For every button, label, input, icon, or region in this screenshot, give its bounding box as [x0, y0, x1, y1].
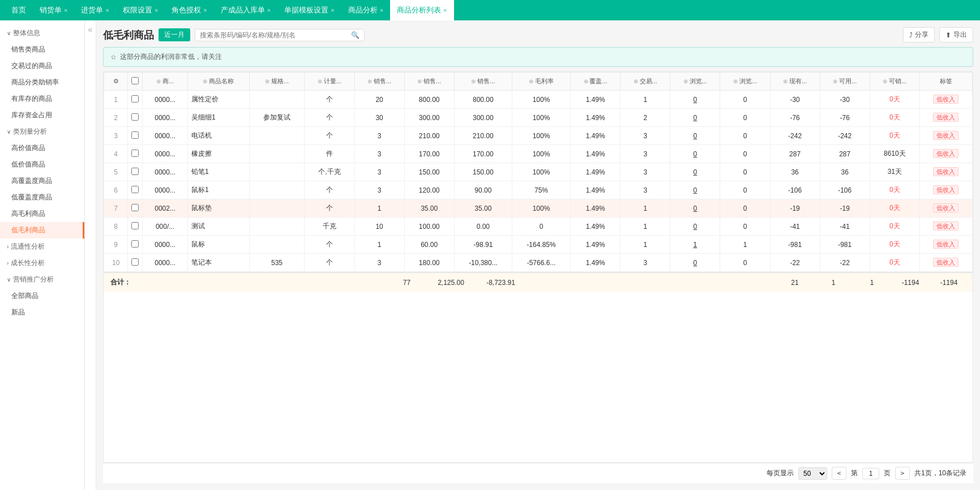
sidebar-item-高覆盖度商品[interactable]: 高覆盖度商品 — [0, 173, 84, 189]
sidebar-item-交易过的商品[interactable]: 交易过的商品 — [0, 58, 84, 74]
sidebar-item-全部商品[interactable]: 全部商品 — [0, 288, 84, 304]
th-settings[interactable]: ⚙ — [104, 73, 128, 91]
th-unit[interactable]: 计量... — [305, 73, 354, 91]
sidebar-item-有库存的商品[interactable]: 有库存的商品 — [0, 91, 84, 107]
nav-close-icon[interactable]: × — [64, 7, 67, 14]
th-current-stock[interactable]: 现有... — [770, 73, 820, 91]
search-icon[interactable]: 🔍 — [351, 31, 360, 39]
sidebar-item-高价值商品[interactable]: 高价值商品 — [0, 140, 84, 156]
row-checkbox[interactable] — [131, 240, 139, 248]
cell-checkbox[interactable] — [128, 127, 143, 145]
nav-item-销货单[interactable]: 销货单× — [33, 0, 74, 20]
cell-checkbox[interactable] — [128, 254, 143, 272]
cell-browse1[interactable]: 0 — [670, 181, 720, 199]
cell-unit: 个 — [305, 181, 354, 199]
sidebar-section-营销推广分析[interactable]: ∨营销推广分析 — [0, 271, 84, 288]
th-sales-price[interactable]: 销售... — [404, 73, 454, 91]
nav-item-商品分析列表[interactable]: 商品分析列表× — [390, 0, 453, 20]
sidebar-item-高毛利商品[interactable]: 高毛利商品 — [0, 206, 84, 222]
th-checkbox[interactable] — [128, 73, 143, 91]
th-code[interactable]: 商... — [143, 73, 188, 91]
row-checkbox[interactable] — [131, 258, 139, 266]
sidebar-item-新品[interactable]: 新品 — [0, 304, 84, 321]
nav-close-icon[interactable]: × — [331, 7, 334, 14]
cell-browse1[interactable]: 0 — [670, 163, 720, 181]
share-button[interactable]: ⤴ 分享 — [903, 27, 935, 42]
sidebar-section-流通性分析[interactable]: ›流通性分析 — [0, 238, 84, 255]
select-all-checkbox[interactable] — [131, 77, 139, 84]
sidebar-item-销售类商品[interactable]: 销售类商品 — [0, 41, 84, 58]
nav-close-icon[interactable]: × — [203, 7, 207, 14]
nav-item-权限设置[interactable]: 权限设置× — [116, 0, 165, 20]
nav-close-icon[interactable]: × — [155, 7, 158, 14]
row-checkbox[interactable] — [131, 222, 139, 229]
th-available[interactable]: 可用... — [820, 73, 870, 91]
cell-browse1[interactable]: 0 — [670, 145, 720, 163]
sidebar-item-商品分类助销率[interactable]: 商品分类助销率 — [0, 74, 84, 91]
sidebar-section-成长性分析[interactable]: ›成长性分析 — [0, 255, 84, 271]
row-checkbox[interactable] — [131, 131, 139, 139]
row-checkbox[interactable] — [131, 150, 139, 157]
cell-browse1[interactable]: 0 — [670, 199, 720, 218]
cell-browse1[interactable]: 0 — [670, 218, 720, 236]
nav-close-icon[interactable]: × — [380, 7, 383, 14]
row-checkbox[interactable] — [131, 186, 139, 193]
cell-checkbox[interactable] — [128, 199, 143, 218]
th-name[interactable]: 商品名称 — [187, 73, 249, 91]
cell-checkbox[interactable] — [128, 218, 143, 236]
nav-close-icon[interactable]: × — [105, 7, 109, 14]
nav-item-商品分析[interactable]: 商品分析× — [341, 0, 390, 20]
nav-close-icon[interactable]: × — [443, 7, 447, 14]
nav-item-进货单[interactable]: 进货单× — [74, 0, 115, 20]
row-checkbox[interactable] — [131, 113, 139, 121]
nav-item-角色授权[interactable]: 角色授权× — [165, 0, 213, 20]
th-spec[interactable]: 规格... — [249, 73, 305, 91]
cell-browse1[interactable]: 1 — [670, 236, 720, 254]
search-box: 🔍 — [195, 29, 365, 41]
cell-checkbox[interactable] — [128, 91, 143, 109]
row-checkbox[interactable] — [131, 168, 139, 175]
per-page-select[interactable]: 50 100 200 — [798, 467, 827, 480]
cell-checkbox[interactable] — [128, 181, 143, 199]
export-button[interactable]: ⬆ 导出 — [939, 27, 973, 42]
cell-browse1[interactable]: 0 — [670, 109, 720, 127]
nav-item-产成品入库单[interactable]: 产成品入库单× — [214, 0, 277, 20]
prev-page-btn[interactable]: ＜ — [832, 467, 846, 480]
th-transaction[interactable]: 交易... — [620, 73, 670, 91]
th-sales-amount[interactable]: 销售... — [454, 73, 512, 91]
row-checkbox[interactable] — [131, 95, 139, 103]
sidebar-section-类别量分析[interactable]: ∨类别量分析 — [0, 123, 84, 140]
nav-item-单据模板设置[interactable]: 单据模板设置× — [277, 0, 341, 20]
cell-margin-rate: 100% — [512, 145, 570, 163]
sidebar-item-低毛利商品[interactable]: 低毛利商品 — [0, 222, 84, 238]
filter-btn[interactable]: 近一月 — [159, 28, 190, 41]
cell-browse1[interactable]: 0 — [670, 254, 720, 272]
row-checkbox[interactable] — [131, 204, 139, 211]
th-browse1[interactable]: 浏览... — [670, 73, 720, 91]
th-margin-rate[interactable]: 毛利率 — [512, 73, 570, 91]
sidebar-item-低价值商品[interactable]: 低价值商品 — [0, 156, 84, 173]
cell-unit: 个 — [305, 109, 354, 127]
next-page-btn[interactable]: ＞ — [895, 467, 910, 480]
th-tag[interactable]: 标签 — [919, 73, 972, 91]
th-browse2[interactable]: 浏览... — [720, 73, 770, 91]
th-saleable[interactable]: 可销... — [870, 73, 919, 91]
cell-browse1[interactable]: 0 — [670, 127, 720, 145]
sidebar-item-低覆盖度商品[interactable]: 低覆盖度商品 — [0, 189, 84, 206]
sidebar-collapse-btn[interactable]: « — [85, 20, 96, 490]
th-sales-qty[interactable]: 销售... — [354, 73, 404, 91]
nav-item-首页[interactable]: 首页 — [5, 0, 33, 20]
cell-checkbox[interactable] — [128, 145, 143, 163]
cell-checkbox[interactable] — [128, 236, 143, 254]
cell-available: 287 — [820, 145, 870, 163]
search-input[interactable] — [200, 31, 351, 39]
cell-checkbox[interactable] — [128, 163, 143, 181]
cell-unit: 个 — [305, 254, 354, 272]
nav-close-icon[interactable]: × — [267, 7, 271, 14]
sidebar-item-库存资金占用[interactable]: 库存资金占用 — [0, 107, 84, 123]
th-coverage[interactable]: 覆盖... — [571, 73, 620, 91]
cell-checkbox[interactable] — [128, 109, 143, 127]
cell-browse1[interactable]: 0 — [670, 91, 720, 109]
sidebar-section-整体信息[interactable]: ∨整体信息 — [0, 25, 84, 41]
per-page-label: 每页显示 — [767, 468, 794, 478]
